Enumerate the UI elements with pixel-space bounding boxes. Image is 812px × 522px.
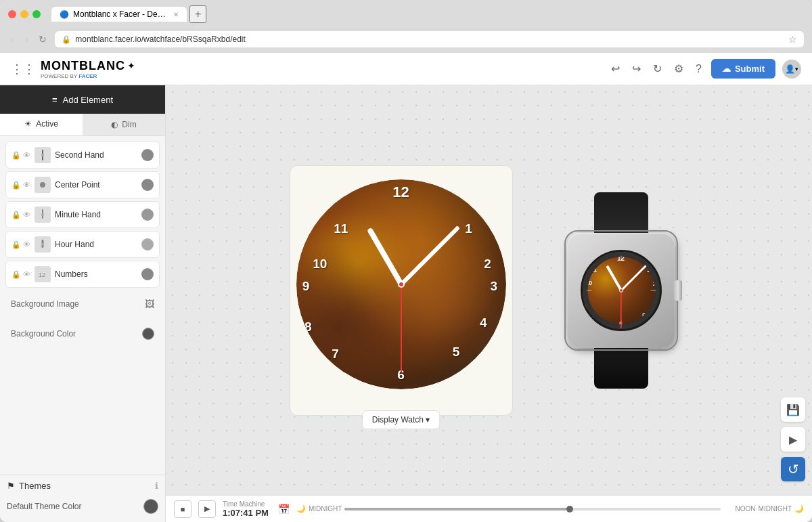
visibility-layer-icon-3[interactable]: 👁: [23, 211, 30, 219]
add-element-button[interactable]: ≡ Add Element: [0, 85, 165, 114]
url-text: montblanc.facer.io/watchface/bRSsqaRxbd/…: [75, 35, 784, 44]
background-color-swatch[interactable]: [142, 328, 154, 340]
watch-band-top: [594, 192, 648, 233]
layer-second-hand[interactable]: 🔒 👁 Second Hand: [5, 142, 160, 169]
visibility-layer-icon-2[interactable]: 👁: [23, 181, 30, 189]
save-icon-button[interactable]: 💾: [781, 397, 805, 422]
themes-info-icon[interactable]: ℹ: [155, 481, 158, 491]
play-button[interactable]: ▶: [198, 500, 216, 518]
tab-dim[interactable]: ◐ Dim: [83, 114, 165, 135]
traffic-lights[interactable]: [8, 10, 41, 18]
second-hand: [401, 284, 402, 372]
watch-num-8: 8: [304, 320, 312, 334]
hour-hand-color[interactable]: [141, 238, 154, 251]
timeline-thumb[interactable]: [566, 506, 573, 513]
layer-hour-hand[interactable]: 🔒 👁 Hour Hand: [5, 231, 160, 258]
watch-num-5: 5: [453, 345, 460, 360]
history-icon-button[interactable]: ↺: [781, 457, 805, 481]
redo-button[interactable]: ↪: [629, 60, 644, 78]
watch-3d: 12 1 2 3 4 5 6 7 8 9: [554, 192, 689, 389]
watch-num-9: 9: [302, 279, 310, 294]
watch-flat[interactable]: 12 1 2 3 4 5 6 7 8 9: [290, 165, 513, 416]
layer-minute-hand[interactable]: 🔒 👁 Minute Hand: [5, 201, 160, 228]
minimize-button[interactable]: [20, 10, 28, 18]
lock-layer-icon-4[interactable]: 🔒: [12, 240, 21, 249]
tab-close-icon[interactable]: ✕: [173, 11, 179, 18]
layer-center-point[interactable]: 🔒 👁 Center Point: [5, 171, 160, 198]
preview-icon-button[interactable]: ▶: [781, 427, 805, 452]
svg-point-1: [41, 154, 44, 156]
watch-face-bg: 12 1 2 3 4 5 6 7 8 9: [296, 179, 506, 389]
bookmark-icon[interactable]: ☆: [788, 34, 797, 45]
app-header: ⋮⋮ MONTBLANC ✦ POWERED BY FACER: [0, 53, 812, 85]
center-point-color[interactable]: [141, 179, 154, 191]
user-avatar[interactable]: 👤 ▾: [782, 60, 801, 79]
stop-button[interactable]: ■: [174, 500, 191, 518]
minute-hand-thumb: [35, 206, 51, 223]
back-button[interactable]: ‹: [8, 32, 17, 46]
lock-layer-icon-3[interactable]: 🔒: [12, 211, 21, 219]
submit-button[interactable]: ☁ Submit: [711, 59, 775, 79]
watch-num-2: 2: [484, 257, 491, 271]
maximize-button[interactable]: [32, 10, 41, 18]
minute-hand-color[interactable]: [141, 209, 154, 221]
visibility-layer-icon-5[interactable]: 👁: [23, 270, 30, 278]
theme-color-swatch[interactable]: [143, 499, 158, 514]
close-button[interactable]: [8, 10, 16, 18]
midnight-right-label: MIDNIGHT: [759, 505, 792, 513]
layer-numbers[interactable]: 🔒 👁 12 Numbers: [5, 261, 160, 288]
moon-right-icon: 🌙: [794, 504, 804, 513]
watch-num-4: 4: [480, 316, 487, 330]
watch-3d-case: 12 1 2 3 4 5 6 7 8 9: [567, 233, 675, 348]
active-tab-label: Active: [36, 119, 58, 129]
numbers-thumb: 12: [35, 266, 51, 282]
watch-num-1: 1: [465, 221, 472, 236]
timeline-track[interactable]: [344, 508, 720, 510]
avatar-chevron: ▾: [795, 66, 798, 72]
themes-label: Themes: [19, 481, 51, 491]
watch-num-12: 12: [392, 183, 409, 201]
display-watch-button[interactable]: Display Watch ▾: [362, 410, 441, 429]
background-color-row[interactable]: Background Color: [5, 320, 160, 347]
powered-by-text: POWERED BY: [41, 73, 77, 79]
canvas-area: 12 1 2 3 4 5 6 7 8 9: [166, 85, 812, 522]
numbers-label: Numbers: [55, 269, 137, 279]
tab-active[interactable]: ☀ Active: [0, 114, 83, 135]
background-image-label: Background Image: [11, 299, 141, 309]
lock-layer-icon[interactable]: 🔒: [12, 151, 21, 160]
visibility-layer-icon[interactable]: 👁: [23, 151, 30, 159]
grid-icon[interactable]: ⋮⋮: [11, 62, 35, 77]
time-value: 1:07:41 PM: [223, 508, 269, 518]
help-button[interactable]: ?: [693, 60, 704, 78]
watch-band-bottom: [594, 348, 648, 389]
display-watch-label: Display Watch ▾: [372, 415, 430, 425]
tab-title: Montblanc x Facer - Design Co...: [73, 9, 169, 19]
new-tab-button[interactable]: +: [189, 5, 206, 23]
sun-icon: ☀: [24, 119, 32, 129]
noon-label: NOON: [723, 505, 756, 513]
address-bar[interactable]: 🔒 montblanc.facer.io/watchface/bRSsqaRxb…: [55, 31, 804, 47]
undo-button[interactable]: ↩: [608, 60, 623, 78]
background-image-row[interactable]: Background Image 🖼: [5, 290, 160, 318]
second-hand-color[interactable]: [141, 149, 154, 161]
forward-button[interactable]: ›: [22, 32, 31, 46]
timeline[interactable]: 🌙 MIDNIGHT NOON MIDNIGHT 🌙: [296, 504, 804, 513]
history-icon: ↺: [788, 461, 799, 477]
theme-default-row: Default Theme Color: [7, 496, 158, 517]
lock-layer-icon-5[interactable]: 🔒: [12, 270, 21, 279]
center-point-thumb: [35, 177, 51, 193]
calendar-icon[interactable]: 📅: [278, 504, 290, 515]
numbers-color[interactable]: [141, 268, 154, 280]
visibility-layer-icon-4[interactable]: 👁: [23, 240, 30, 248]
browser-tab[interactable]: 🔵 Montblanc x Facer - Design Co... ✕: [51, 7, 187, 22]
refresh-button[interactable]: ↻: [650, 60, 664, 78]
watch-face: 12 1 2 3 4 5 6 7 8 9: [296, 179, 506, 389]
reload-button[interactable]: ↻: [36, 32, 49, 46]
hour-hand-label: Hour Hand: [55, 240, 137, 249]
moon-left-icon: 🌙: [296, 504, 306, 513]
sidebar-tabs: ☀ Active ◐ Dim: [0, 114, 165, 136]
play-icon: ▶: [204, 504, 210, 513]
settings-button[interactable]: ⚙: [671, 60, 686, 78]
lock-layer-icon-2[interactable]: 🔒: [12, 181, 21, 190]
midnight-left-label: MIDNIGHT: [309, 505, 342, 513]
